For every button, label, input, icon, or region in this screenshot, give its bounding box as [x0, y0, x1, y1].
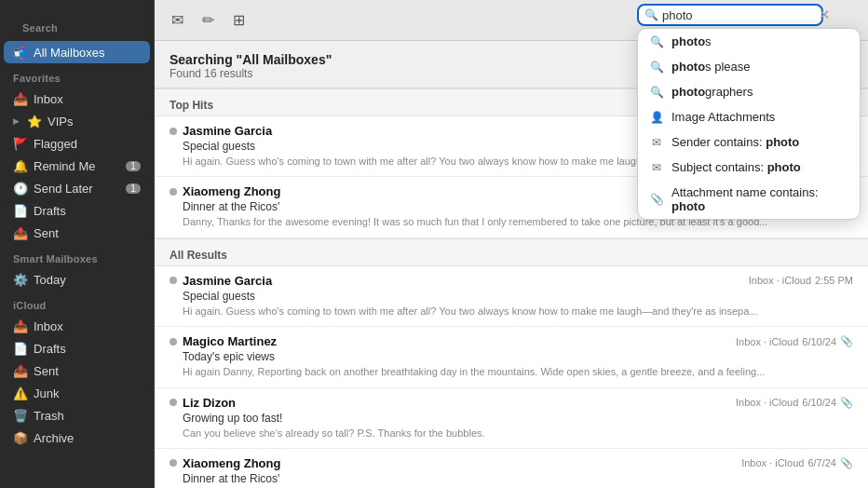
search-input-container: 🔍 ✕ [637, 4, 823, 26]
icloud-junk-icon: ⚠️ [13, 386, 28, 400]
mail-sender-4: Magico Martinez [183, 334, 736, 348]
sidebar: Search 📬 All Mailboxes Favorites 📥 Inbox… [0, 0, 155, 488]
favorites-label: Favorites [0, 63, 154, 88]
ac-label-3: photographers [671, 85, 848, 99]
all-mailboxes-label: All Mailboxes [34, 46, 105, 60]
ac-person-icon: 👤 [649, 111, 664, 124]
autocomplete-item-attachment-name[interactable]: 📎 Attachment name contains: photo [638, 180, 860, 219]
vip-icon: ⭐ [27, 115, 42, 129]
sidebar-item-all-mailboxes[interactable]: 📬 All Mailboxes [4, 41, 150, 63]
ac-label-4: Image Attachments [671, 110, 848, 124]
search-input[interactable] [662, 8, 819, 22]
sidebar-item-label: Today [34, 273, 66, 287]
inbox-icon: 📥 [13, 92, 28, 106]
mail-item-all-3[interactable]: Liz Dizon Inbox · iCloud 6/10/24 📎 Growi… [155, 388, 868, 449]
mail-item-all-4[interactable]: Xiaomeng Zhong Inbox · iCloud 6/7/24 📎 D… [155, 449, 868, 488]
drafts-icon: 📄 [13, 204, 28, 218]
sidebar-item-icloud-trash[interactable]: 🗑️ Trash [4, 404, 150, 427]
autocomplete-item-sender-contains[interactable]: ✉ Sender contains: photo [638, 129, 860, 155]
search-glass-icon: 🔍 [644, 8, 658, 21]
autocomplete-item-photos[interactable]: 🔍 photos [638, 29, 860, 54]
sidebar-item-icloud-inbox[interactable]: 📥 Inbox [4, 315, 150, 337]
icloud-drafts-icon: 📄 [13, 342, 28, 356]
mail-item-top-row: Jasmine Garcia Inbox · iCloud 2:55 PM [170, 274, 853, 288]
sidebar-item-inbox[interactable]: 📥 Inbox [4, 88, 150, 110]
send-later-icon: 🕐 [13, 182, 28, 196]
send-later-badge: 1 [126, 183, 141, 194]
ac-label-7: Attachment name contains: photo [671, 185, 848, 213]
search-label: Search [9, 13, 144, 37]
sidebar-item-label: Sent [34, 364, 59, 378]
compose-button[interactable]: ✏ [197, 7, 220, 33]
sidebar-item-send-later[interactable]: 🕐 Send Later 1 [4, 177, 150, 199]
mail-time-5: 6/10/24 [802, 397, 836, 408]
sidebar-item-label: Sent [34, 226, 59, 240]
mail-subject-5: Growing up too fast! [170, 412, 853, 425]
mail-item-all-1[interactable]: Jasmine Garcia Inbox · iCloud 2:55 PM Sp… [155, 266, 868, 327]
icloud-trash-icon: 🗑️ [13, 409, 28, 423]
sidebar-item-label: Junk [34, 386, 59, 400]
sidebar-item-label: Remind Me [34, 159, 95, 173]
icloud-archive-icon: 📦 [13, 431, 28, 445]
sidebar-item-vips[interactable]: ▶ ⭐ VIPs [4, 110, 150, 132]
sidebar-item-sent[interactable]: 📤 Sent [4, 222, 150, 244]
remind-icon: 🔔 [13, 159, 28, 173]
sidebar-item-today[interactable]: ⚙️ Today [4, 268, 150, 291]
avatar-5 [170, 399, 177, 406]
new-message-button[interactable]: ✉ [166, 7, 189, 33]
autocomplete-item-photographers[interactable]: 🔍 photographers [638, 79, 860, 104]
sidebar-item-drafts[interactable]: 📄 Drafts [4, 199, 150, 222]
attachment-icon-5: 📎 [840, 397, 853, 409]
mail-mailbox-3: Inbox · iCloud [749, 275, 811, 286]
ac-label-5: Sender contains: photo [671, 135, 848, 149]
mailboxes-icon: 📬 [13, 46, 28, 60]
flagged-icon: 🚩 [13, 137, 28, 151]
mail-preview-4: Hi again Danny, Reporting back on anothe… [170, 365, 853, 379]
avatar-6 [170, 459, 177, 467]
mail-item-all-2[interactable]: Magico Martinez Inbox · iCloud 6/10/24 📎… [155, 327, 868, 387]
ac-search-icon-3: 🔍 [649, 86, 664, 99]
ac-search-icon-1: 🔍 [649, 35, 664, 48]
expand-button[interactable]: ⊞ [227, 7, 251, 33]
sidebar-item-icloud-junk[interactable]: ⚠️ Junk [4, 382, 150, 404]
mail-preview-5: Can you believe she's already so tall? P… [170, 427, 853, 441]
sidebar-item-label: VIPs [47, 115, 73, 129]
ac-label-2: photos please [671, 60, 848, 74]
sidebar-item-label: Flagged [34, 137, 77, 151]
sidebar-item-remind-me[interactable]: 🔔 Remind Me 1 [4, 155, 150, 177]
sidebar-item-flagged[interactable]: 🚩 Flagged [4, 132, 150, 155]
mail-sender-6: Xiaomeng Zhong [183, 456, 741, 470]
sidebar-item-label: Inbox [34, 319, 63, 333]
icloud-sent-icon: 📤 [13, 364, 28, 378]
search-clear-button[interactable]: ✕ [819, 7, 830, 22]
sidebar-item-label: Drafts [34, 204, 66, 218]
mail-time-4: 6/10/24 [802, 336, 836, 347]
all-results-header: All Results [155, 238, 868, 266]
today-icon: ⚙️ [13, 273, 28, 287]
mail-mailbox-4: Inbox · iCloud [736, 336, 798, 347]
autocomplete-item-subject-contains[interactable]: ✉ Subject contains: photo [638, 155, 860, 180]
attachment-icon-4: 📎 [840, 335, 853, 347]
avatar-1 [170, 128, 177, 135]
sidebar-item-icloud-sent[interactable]: 📤 Sent [4, 359, 150, 382]
mail-subject-6: Dinner at the Ricos' [170, 472, 853, 485]
mail-sender-5: Liz Dizon [183, 396, 736, 410]
mail-item-top-row: Magico Martinez Inbox · iCloud 6/10/24 📎 [170, 334, 853, 348]
autocomplete-dropdown: 🔍 photos 🔍 photos please 🔍 photographers… [637, 28, 861, 220]
icloud-label: iCloud [0, 291, 154, 315]
mail-sender-3: Jasmine Garcia [183, 274, 749, 288]
autocomplete-item-photos-please[interactable]: 🔍 photos please [638, 54, 860, 79]
avatar-4 [170, 338, 177, 346]
sidebar-item-icloud-drafts[interactable]: 📄 Drafts [4, 337, 150, 359]
ac-label-6: Subject contains: photo [671, 160, 848, 174]
mail-item-top-row: Xiaomeng Zhong Inbox · iCloud 6/7/24 📎 [170, 456, 853, 470]
sidebar-item-label: Drafts [34, 342, 66, 356]
mail-mailbox-6: Inbox · iCloud [741, 457, 804, 468]
sidebar-item-icloud-archive[interactable]: 📦 Archive [4, 427, 150, 449]
mail-mailbox-5: Inbox · iCloud [736, 397, 798, 408]
icloud-inbox-icon: 📥 [13, 319, 28, 333]
sidebar-item-label: Send Later [34, 182, 93, 196]
ac-paperclip-icon: 📎 [649, 193, 664, 206]
autocomplete-item-image-attachments[interactable]: 👤 Image Attachments [638, 104, 860, 129]
ac-mail-icon-1: ✉ [649, 136, 664, 149]
